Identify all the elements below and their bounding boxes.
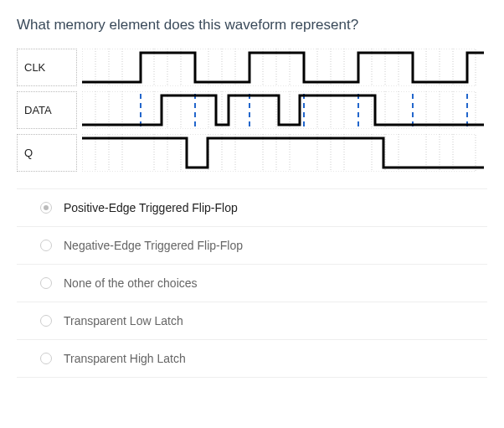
signal-trace-q [82,134,487,172]
option-label: Negative-Edge Triggered Flip-Flop [64,239,243,252]
question-text: What memory element does this waveform r… [17,17,487,34]
waveform-row-q: Q [17,134,487,172]
option-1[interactable]: Negative-Edge Triggered Flip-Flop [17,226,487,264]
option-2[interactable]: None of the other choices [17,264,487,302]
radio-icon [40,240,52,251]
options-list: Positive-Edge Triggered Flip-Flop Negati… [17,188,487,378]
radio-icon [40,315,52,327]
signal-trace-clk [82,49,487,86]
signal-label-data: DATA [17,91,77,129]
radio-icon [40,277,52,289]
option-label: Positive-Edge Triggered Flip-Flop [64,201,238,214]
waveform-diagram: CLK DATA [17,49,487,172]
option-label: Transparent Low Latch [64,314,183,327]
signal-label-clk: CLK [17,49,77,86]
waveform-row-clk: CLK [17,49,487,86]
radio-icon [40,353,52,364]
signal-trace-data [82,91,487,129]
radio-icon [40,202,52,214]
option-4[interactable]: Transparent High Latch [17,339,487,378]
option-label: Transparent High Latch [64,352,186,365]
option-3[interactable]: Transparent Low Latch [17,302,487,339]
svg-rect-51 [82,134,476,172]
option-0[interactable]: Positive-Edge Triggered Flip-Flop [17,188,487,226]
option-label: None of the other choices [64,276,198,290]
signal-label-q: Q [17,134,77,172]
waveform-row-data: DATA [17,91,487,129]
